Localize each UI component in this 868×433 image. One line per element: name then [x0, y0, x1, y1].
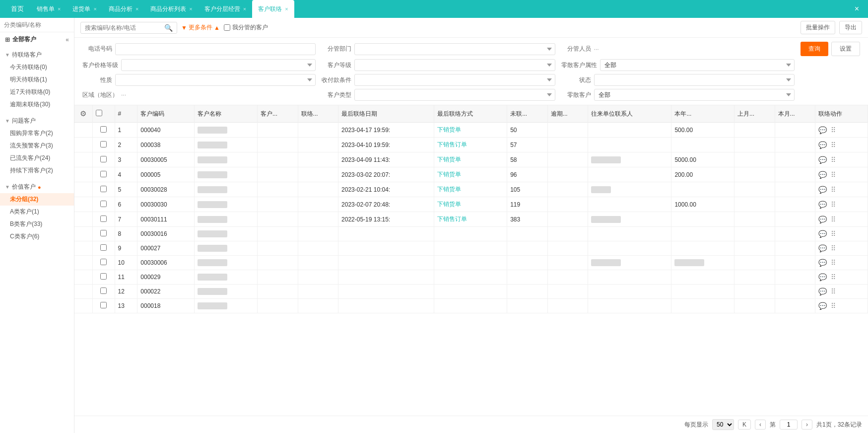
contact-type-link[interactable]: 下销售订单: [437, 141, 467, 148]
page-size-select[interactable]: 50: [712, 419, 734, 430]
more-icon[interactable]: ⠿: [831, 141, 836, 149]
row-select-checkbox[interactable]: [100, 171, 107, 177]
row-select-checkbox[interactable]: [100, 288, 107, 294]
phone-input[interactable]: [115, 43, 316, 55]
sidebar-item-7days[interactable]: 近7天待联络(0): [0, 86, 74, 98]
close-tab-analysis-icon[interactable]: ×: [135, 6, 138, 12]
window-close-button[interactable]: ×: [850, 4, 864, 13]
customer-level-select[interactable]: [354, 59, 555, 71]
nature-select[interactable]: [115, 74, 316, 86]
query-button[interactable]: 查询: [801, 42, 828, 56]
more-icon[interactable]: ⠿: [831, 259, 836, 267]
more-icon[interactable]: ⠿: [831, 171, 836, 179]
close-tab-purchase-icon[interactable]: ×: [93, 6, 96, 12]
contact-icon[interactable]: 💬: [818, 171, 827, 179]
more-icon[interactable]: ⠿: [831, 288, 836, 295]
row-select-checkbox[interactable]: [100, 141, 107, 147]
sidebar-item-overdue[interactable]: 逾期未联络(30): [0, 98, 74, 111]
next-page-button[interactable]: ›: [801, 420, 812, 430]
contact-icon[interactable]: 💬: [818, 216, 827, 223]
price-level-select[interactable]: [121, 59, 316, 71]
nav-tab-analysis-list[interactable]: 商品分析列表 ×: [144, 0, 198, 18]
more-icon[interactable]: ⠿: [831, 244, 836, 252]
contact-type-link[interactable]: 下销货单: [437, 156, 461, 163]
contact-icon[interactable]: 💬: [818, 126, 827, 134]
sidebar-group-problem-header[interactable]: ▼ 问题客户: [0, 115, 74, 127]
nav-tab-sales[interactable]: 销售单 ×: [31, 0, 67, 18]
region-dots[interactable]: ···: [121, 91, 126, 98]
status-select[interactable]: [594, 74, 795, 86]
row-select-checkbox[interactable]: [100, 186, 107, 192]
row-select-checkbox[interactable]: [100, 273, 107, 280]
sidebar-item-lost[interactable]: 已流失客户(24): [0, 152, 74, 164]
sidebar-collapse-icon[interactable]: «: [66, 36, 69, 43]
search-input[interactable]: [85, 24, 164, 31]
my-customers-checkbox[interactable]: [224, 24, 230, 31]
payment-select[interactable]: [354, 74, 555, 86]
contact-icon[interactable]: 💬: [818, 244, 827, 252]
page-number-input[interactable]: [780, 420, 798, 430]
more-icon[interactable]: ⠿: [831, 186, 836, 194]
prev-page-button[interactable]: ‹: [755, 420, 766, 430]
customer-type-select[interactable]: [354, 89, 555, 101]
sidebar-all-customers[interactable]: ⊞ 全部客户 «: [0, 32, 74, 47]
contact-icon[interactable]: 💬: [818, 302, 827, 310]
sidebar-item-today[interactable]: 今天待联络(0): [0, 61, 74, 73]
contact-type-link[interactable]: 下销货单: [437, 201, 461, 208]
row-select-checkbox[interactable]: [100, 230, 107, 236]
search-icon[interactable]: 🔍: [164, 24, 173, 32]
row-select-checkbox[interactable]: [100, 259, 107, 265]
scattered-attr-select[interactable]: 全部: [600, 59, 795, 71]
contact-icon[interactable]: 💬: [818, 156, 827, 164]
close-tab-sales-icon[interactable]: ×: [58, 6, 61, 12]
contact-icon[interactable]: 💬: [818, 201, 827, 209]
sidebar-item-class-a[interactable]: A类客户(1): [0, 206, 74, 218]
contact-icon[interactable]: 💬: [818, 230, 827, 238]
row-select-checkbox[interactable]: [100, 156, 107, 162]
reset-button[interactable]: 设置: [831, 42, 860, 56]
batch-operation-button[interactable]: 批量操作: [801, 21, 835, 34]
row-select-checkbox[interactable]: [100, 244, 107, 251]
more-icon[interactable]: ⠿: [831, 230, 836, 238]
contact-type-link[interactable]: 下销货单: [437, 171, 461, 178]
row-select-checkbox[interactable]: [100, 126, 107, 133]
contact-icon[interactable]: 💬: [818, 259, 827, 267]
sidebar-search-input[interactable]: [4, 21, 74, 28]
nav-tab-customer-contact[interactable]: 客户联络 ×: [252, 0, 294, 18]
manager-dots[interactable]: ···: [594, 46, 599, 53]
more-icon[interactable]: ⠿: [831, 302, 836, 310]
nav-home[interactable]: 首页: [4, 4, 31, 13]
more-icon[interactable]: ⠿: [831, 156, 836, 164]
row-select-checkbox[interactable]: [100, 216, 107, 222]
row-select-checkbox[interactable]: [100, 302, 107, 308]
scattered-customer-select[interactable]: 全部: [594, 89, 795, 101]
contact-type-link[interactable]: 下销售订单: [437, 216, 467, 222]
contact-icon[interactable]: 💬: [818, 186, 827, 194]
nav-tab-customer-layer[interactable]: 客户分层经营 ×: [199, 0, 252, 18]
contact-type-link[interactable]: 下销货单: [437, 126, 461, 133]
more-icon[interactable]: ⠿: [831, 201, 836, 209]
dept-select[interactable]: [354, 43, 555, 55]
contact-type-link[interactable]: 下销货单: [437, 186, 461, 193]
my-customers-filter[interactable]: 我分管的客户: [224, 23, 268, 32]
sidebar-item-class-c[interactable]: C类客户(6): [0, 230, 74, 243]
select-all-checkbox[interactable]: [96, 110, 102, 116]
sidebar-group-value-header[interactable]: ▼ 价值客户 ●: [0, 181, 74, 193]
export-button[interactable]: 导出: [839, 21, 862, 34]
sidebar-item-declining[interactable]: 持续下滑客户(2): [0, 164, 74, 177]
more-conditions-button[interactable]: ▼ 更多条件 ▲: [181, 23, 220, 32]
close-tab-customer-contact-icon[interactable]: ×: [285, 6, 288, 12]
nav-tab-analysis[interactable]: 商品分析 ×: [103, 0, 144, 18]
contact-icon[interactable]: 💬: [818, 273, 827, 281]
sidebar-group-pending-header[interactable]: ▼ 待联络客户: [0, 49, 74, 61]
sidebar-item-class-b[interactable]: B类客户(33): [0, 218, 74, 230]
sidebar-item-tomorrow[interactable]: 明天待联络(1): [0, 73, 74, 86]
close-tab-customer-layer-icon[interactable]: ×: [243, 6, 246, 12]
close-tab-analysis-list-icon[interactable]: ×: [189, 6, 192, 12]
contact-icon[interactable]: 💬: [818, 288, 827, 295]
first-page-button[interactable]: K: [738, 420, 751, 430]
more-icon[interactable]: ⠿: [831, 273, 836, 281]
sidebar-item-ungrouped[interactable]: 未分组(32): [0, 193, 74, 206]
contact-icon[interactable]: 💬: [818, 141, 827, 149]
sidebar-item-stockpile-abnormal[interactable]: 囤购异常客户(2): [0, 127, 74, 140]
